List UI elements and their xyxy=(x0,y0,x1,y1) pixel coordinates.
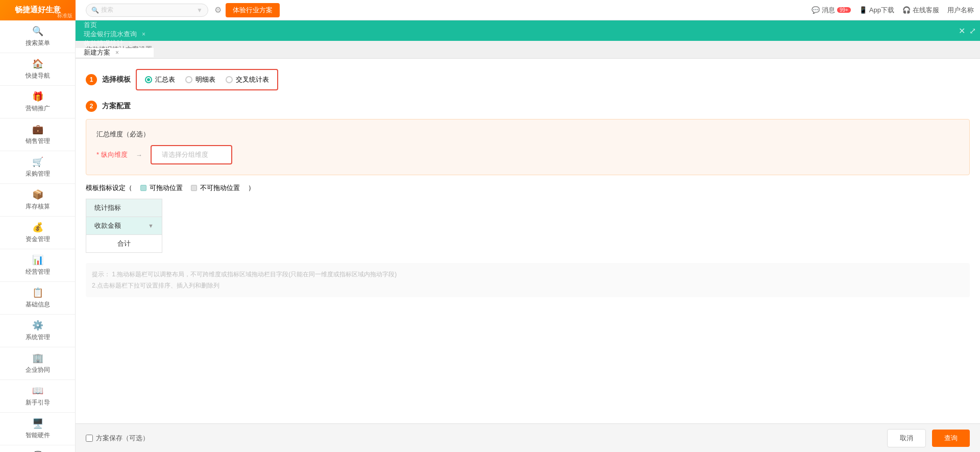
top-bar: 畅捷通好生意 标准版 🔍 搜索 ▼ ⚙ 体验行业方案 💬 消息 99+ 📱 Ap… xyxy=(0,0,980,20)
messages-badge: 99+ xyxy=(837,7,851,13)
tips-section: 提示： 1.拖动标题栏可以调整布局，不可跨维度或指标区域拖动栏目字段(只能在同一… xyxy=(86,263,970,297)
col-dropdown-arrow[interactable]: ▼ xyxy=(148,223,154,229)
movable-label: 可拖动位置 xyxy=(150,183,183,193)
support-label: 在线客服 xyxy=(913,6,939,15)
radio-circle xyxy=(185,76,192,83)
step2-section: 2 方案配置 汇总维度（必选） * 纵向维度 → 请选择分组维度 xyxy=(86,101,970,297)
sidebar-item-营销推广[interactable]: 🎁营销推广 xyxy=(0,86,75,118)
std-label: 标准版 xyxy=(57,12,72,19)
main-layout: 🔍搜索菜单🏠快捷导航🎁营销推广💼销售管理🛒采购管理📦库存核算💰资金管理📊经营管理… xyxy=(0,20,980,452)
tips-line2: 2.点击标题栏下拉可设置排序、插入列和删除列 xyxy=(92,280,964,292)
step2-title: 方案配置 xyxy=(102,102,131,111)
content-area: 首页现金银行流水查询×收款情况统计×新建方案× ✕ ⤢ 收款情况统计方案设置 1… xyxy=(76,20,980,452)
sidebar-item-智能硬件[interactable]: 🖥️智能硬件 xyxy=(0,413,75,445)
col-label: 收款金额 xyxy=(94,221,121,230)
step1-section: 1 选择模板 汇总表明细表交叉统计表 xyxy=(86,69,970,90)
download-label: App下载 xyxy=(869,6,894,15)
messages-label: 消息 xyxy=(822,6,835,15)
hint-close: ） xyxy=(248,183,255,193)
search-bar[interactable]: 🔍 搜索 ▼ xyxy=(86,4,208,17)
fixed-label: 不可拖动位置 xyxy=(200,183,240,193)
user-label: 用户名称 xyxy=(947,6,974,15)
radio-circle xyxy=(145,76,152,83)
trial-button[interactable]: 体验行业方案 xyxy=(226,3,280,17)
step2-num: 2 xyxy=(86,101,97,112)
tab-现金银行流水查询[interactable]: 现金银行流水查询× xyxy=(76,30,154,39)
row-cell: 合计 xyxy=(86,235,162,252)
arrow-icon: → xyxy=(136,151,142,159)
save-checkbox[interactable] xyxy=(86,435,93,442)
dimension-selector[interactable]: 请选择分组维度 xyxy=(151,145,232,164)
download-icon: 📱 xyxy=(859,6,867,14)
movable-dot xyxy=(140,185,146,191)
radio-明细表[interactable]: 明细表 xyxy=(185,75,215,84)
tab-close-icon[interactable]: × xyxy=(142,31,145,38)
dimension-area: 汇总维度（必选） * 纵向维度 → 请选择分组维度 xyxy=(86,119,970,175)
sidebar-item-基础信息[interactable]: 📋基础信息 xyxy=(0,282,75,315)
step1-title: 选择模板 xyxy=(102,75,131,84)
stat-table: 统计指标 收款金额 ▼ 合计 xyxy=(86,199,162,253)
page-content: 收款情况统计方案设置 1 选择模板 汇总表明细表交叉统计表 xyxy=(76,41,980,423)
sidebar-item-采购管理[interactable]: 🛒采购管理 xyxy=(0,151,75,184)
sidebar-item-销售管理[interactable]: 💼销售管理 xyxy=(0,118,75,151)
col-header[interactable]: 收款金额 ▼ xyxy=(86,217,162,235)
sidebar-item-资金管理[interactable]: 💰资金管理 xyxy=(0,217,75,249)
sidebar-item-经营管理[interactable]: 📊经营管理 xyxy=(0,249,75,282)
sidebar: 🔍搜索菜单🏠快捷导航🎁营销推广💼销售管理🛒采购管理📦库存核算💰资金管理📊经营管理… xyxy=(0,20,76,452)
stat-header-label: 统计指标 xyxy=(94,203,121,212)
tab-bar: 首页现金银行流水查询×收款情况统计×新建方案× ✕ ⤢ xyxy=(76,20,980,41)
indicator-header: 模板指标设定（ 可拖动位置 不可拖动位置 ） xyxy=(86,183,970,193)
bottom-bar: 方案保存（可选） 取消 查询 xyxy=(76,423,980,452)
fixed-dot xyxy=(191,185,197,191)
radio-circle xyxy=(226,76,233,83)
save-option-row: 方案保存（可选） xyxy=(86,434,881,443)
stat-table-header: 统计指标 xyxy=(86,199,162,217)
indicator-title: 模板指标设定（ xyxy=(86,183,132,193)
cancel-button[interactable]: 取消 xyxy=(887,429,926,447)
message-icon: 💬 xyxy=(812,6,820,14)
radio-汇总表[interactable]: 汇总表 xyxy=(145,75,175,84)
radio-交叉统计表[interactable]: 交叉统计表 xyxy=(226,75,269,84)
row-dimension-label: * 纵向维度 xyxy=(96,150,128,159)
tab-bar-right: ✕ ⤢ xyxy=(959,20,980,41)
settings-icon[interactable]: ⚙ xyxy=(214,5,222,15)
tab-收款情况统计[interactable]: 收款情况统计× xyxy=(76,39,154,48)
fixed-hint: 不可拖动位置 xyxy=(191,183,240,193)
form-container: 1 选择模板 汇总表明细表交叉统计表 2 方案配置 汇总 xyxy=(76,59,980,423)
tab-新建方案[interactable]: 新建方案× xyxy=(76,48,154,57)
sidebar-item-系统管理[interactable]: ⚙️系统管理 xyxy=(0,315,75,347)
support-item[interactable]: 🎧 在线客服 xyxy=(902,6,939,15)
breadcrumb: 收款情况统计方案设置 xyxy=(76,41,980,59)
user-item[interactable]: 用户名称 xyxy=(947,6,974,15)
top-actions: 💬 消息 99+ 📱 App下载 🎧 在线客服 用户名称 xyxy=(812,6,974,15)
tips-line1: 提示： 1.拖动标题栏可以调整布局，不可跨维度或指标区域拖动栏目字段(只能在同一… xyxy=(92,269,964,280)
sidebar-item-企业协同[interactable]: 🏢企业协同 xyxy=(0,347,75,380)
template-options: 汇总表明细表交叉统计表 xyxy=(136,69,278,90)
support-icon: 🎧 xyxy=(902,6,911,14)
sidebar-item-库存核算[interactable]: 📦库存核算 xyxy=(0,184,75,217)
tab-close-icon[interactable]: × xyxy=(115,49,119,56)
dimension-title: 汇总维度（必选） xyxy=(96,130,959,139)
sidebar-item-新手引导[interactable]: 📖新手引导 xyxy=(0,380,75,413)
tab-close-icon[interactable]: × xyxy=(129,40,132,47)
search-placeholder: 搜索 xyxy=(101,6,113,14)
download-item[interactable]: 📱 App下载 xyxy=(859,6,894,15)
query-button[interactable]: 查询 xyxy=(932,430,970,447)
maximize-icon[interactable]: ⤢ xyxy=(969,26,976,36)
dimension-row: * 纵向维度 → 请选择分组维度 xyxy=(96,145,959,164)
sidebar-item-搜索菜单[interactable]: 🔍搜索菜单 xyxy=(0,20,75,53)
step1-num: 1 xyxy=(86,74,97,85)
sidebar-item-企业微信[interactable]: 💬企业微信 xyxy=(0,445,75,452)
save-label: 方案保存（可选） xyxy=(96,434,149,443)
movable-hint: 可拖动位置 xyxy=(140,183,183,193)
app-logo: 畅捷通好生意 xyxy=(15,5,61,15)
close-window-icon[interactable]: ✕ xyxy=(959,26,965,36)
tab-首页[interactable]: 首页 xyxy=(76,20,154,30)
sidebar-item-快捷导航[interactable]: 🏠快捷导航 xyxy=(0,53,75,86)
indicator-section: 模板指标设定（ 可拖动位置 不可拖动位置 ） xyxy=(86,183,970,253)
messages-item[interactable]: 💬 消息 99+ xyxy=(812,6,851,15)
